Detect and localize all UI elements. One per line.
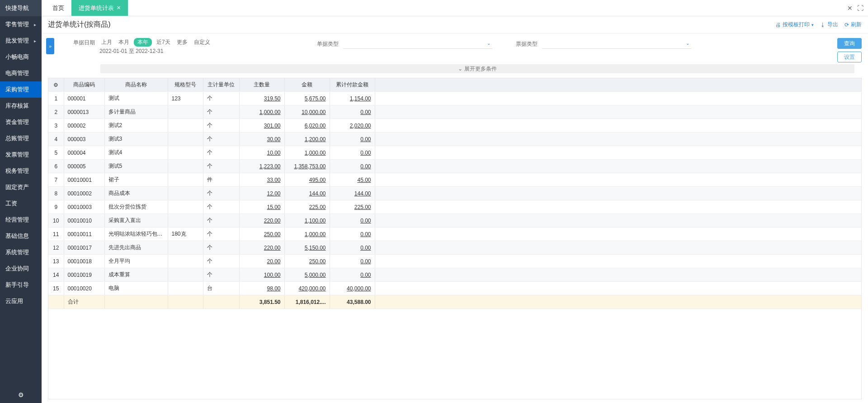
cell-amt[interactable]: 6,020.00 bbox=[284, 119, 330, 133]
sidebar-item-16[interactable]: 企业协同 bbox=[0, 261, 42, 277]
sidebar-item-2[interactable]: 批发管理▸ bbox=[0, 33, 42, 49]
cell-paid[interactable]: 0.00 bbox=[330, 133, 375, 146]
cell-paid[interactable]: 0.00 bbox=[330, 268, 375, 282]
close-icon[interactable]: ✕ bbox=[117, 5, 121, 11]
sidebar-settings[interactable]: ⚙ bbox=[0, 387, 42, 403]
date-option[interactable]: 近7天 bbox=[155, 38, 172, 47]
date-option[interactable]: 自定义 bbox=[192, 38, 212, 47]
table-row: 1400010019成本重算个100.005,000.000.00 bbox=[48, 268, 861, 282]
cell-amt[interactable]: 225.00 bbox=[284, 200, 330, 214]
expand-more[interactable]: ⌄ 展开更多条件 bbox=[100, 64, 854, 73]
cell-qty[interactable]: 10.00 bbox=[239, 146, 284, 160]
order-type-dropdown[interactable]: ⌄ bbox=[343, 38, 492, 49]
sidebar-item-17[interactable]: 新手引导 bbox=[0, 277, 42, 293]
cell-qty[interactable]: 20.00 bbox=[239, 255, 284, 268]
cell-unit: 个 bbox=[203, 133, 239, 146]
sidebar-item-11[interactable]: 固定资产 bbox=[0, 179, 42, 195]
collapse-toggle[interactable]: » bbox=[46, 38, 54, 54]
row-index: 1 bbox=[48, 92, 64, 105]
cell-amt[interactable]: 5,675.00 bbox=[284, 92, 330, 105]
cell-paid[interactable]: 2,020.00 bbox=[330, 119, 375, 133]
sidebar-item-15[interactable]: 系统管理 bbox=[0, 244, 42, 261]
sidebar-item-7[interactable]: 资金管理 bbox=[0, 114, 42, 130]
cell-qty[interactable]: 30.00 bbox=[239, 133, 284, 146]
cell-spec bbox=[168, 146, 203, 160]
gear-column-header[interactable]: ⚙ bbox=[48, 78, 64, 92]
sidebar-item-1[interactable]: 零售管理▸ bbox=[0, 16, 42, 33]
cell-amt[interactable]: 5,150.00 bbox=[284, 241, 330, 255]
cell-paid[interactable]: 225.00 bbox=[330, 200, 375, 214]
sidebar-item-3[interactable]: 小畅电商 bbox=[0, 49, 42, 65]
close-icon[interactable]: ✕ bbox=[847, 5, 853, 12]
date-option[interactable]: 本月 bbox=[117, 38, 131, 47]
unit-header[interactable]: 主计量单位 bbox=[203, 78, 239, 92]
sidebar-item-8[interactable]: 总账管理 bbox=[0, 130, 42, 147]
cell-paid[interactable]: 0.00 bbox=[330, 146, 375, 160]
name-header[interactable]: 商品名称 bbox=[104, 78, 168, 92]
date-option[interactable]: 更多 bbox=[175, 38, 189, 47]
query-button[interactable]: 查询 bbox=[837, 38, 862, 49]
cell-paid[interactable]: 0.00 bbox=[330, 241, 375, 255]
cell-paid[interactable]: 40,000.00 bbox=[330, 282, 375, 295]
cell-paid[interactable]: 0.00 bbox=[330, 255, 375, 268]
cell-qty[interactable]: 15.00 bbox=[239, 200, 284, 214]
cell-amt[interactable]: 144.00 bbox=[284, 187, 330, 200]
tab-1[interactable]: 进货单统计表✕ bbox=[71, 0, 128, 16]
cell-qty[interactable]: 220.00 bbox=[239, 214, 284, 228]
amt-header[interactable]: 金额 bbox=[284, 78, 330, 92]
sidebar-item-13[interactable]: 经营管理 bbox=[0, 212, 42, 228]
sidebar-item-0[interactable]: 快捷导航 bbox=[0, 0, 42, 16]
date-option[interactable]: 本年 bbox=[134, 38, 152, 47]
cell-amt[interactable]: 250.00 bbox=[284, 255, 330, 268]
cell-qty[interactable]: 100.00 bbox=[239, 268, 284, 282]
sidebar-item-10[interactable]: 税务管理 bbox=[0, 163, 42, 179]
print-action[interactable]: 🖨 按模板打印 ▾ bbox=[775, 21, 814, 28]
cell-amt[interactable]: 495.00 bbox=[284, 173, 330, 187]
spec-header[interactable]: 规格型号 bbox=[168, 78, 203, 92]
cell-amt[interactable]: 1,200.00 bbox=[284, 133, 330, 146]
cell-paid[interactable]: 0.00 bbox=[330, 105, 375, 119]
cell-qty[interactable]: 98.00 bbox=[239, 282, 284, 295]
cell-paid[interactable]: 45.00 bbox=[330, 173, 375, 187]
cell-amt[interactable]: 5,000.00 bbox=[284, 268, 330, 282]
cell-code: 00010002 bbox=[64, 187, 104, 200]
blank-cell bbox=[375, 133, 861, 146]
cell-qty[interactable]: 301.00 bbox=[239, 119, 284, 133]
code-header[interactable]: 商品编码 bbox=[64, 78, 104, 92]
qty-header[interactable]: 主数量 bbox=[239, 78, 284, 92]
date-option[interactable]: 上月 bbox=[99, 38, 114, 47]
sidebar-item-9[interactable]: 发票管理 bbox=[0, 147, 42, 163]
cell-amt[interactable]: 1,000.00 bbox=[284, 146, 330, 160]
cell-paid[interactable]: 0.00 bbox=[330, 160, 375, 173]
sidebar-item-4[interactable]: 电商管理 bbox=[0, 65, 42, 81]
cell-amt[interactable]: 1,100.00 bbox=[284, 214, 330, 228]
cell-qty[interactable]: 12.00 bbox=[239, 187, 284, 200]
table-row: 900010003批次分货位拣货个15.00225.00225.00 bbox=[48, 200, 861, 214]
cell-amt[interactable]: 1,000.00 bbox=[284, 228, 330, 241]
setting-button[interactable]: 设置 bbox=[837, 52, 862, 62]
cell-amt[interactable]: 1,358,753.00 bbox=[284, 160, 330, 173]
cell-qty[interactable]: 250.00 bbox=[239, 228, 284, 241]
cell-qty[interactable]: 33.00 bbox=[239, 173, 284, 187]
cell-qty[interactable]: 1,000.00 bbox=[239, 105, 284, 119]
cell-paid[interactable]: 0.00 bbox=[330, 228, 375, 241]
cell-qty[interactable]: 319.50 bbox=[239, 92, 284, 105]
cell-amt[interactable]: 10,000.00 bbox=[284, 105, 330, 119]
cell-qty[interactable]: 1,223.00 bbox=[239, 160, 284, 173]
sidebar-item-5[interactable]: 采购管理 bbox=[0, 81, 42, 98]
fullscreen-icon[interactable]: ⛶ bbox=[857, 5, 863, 12]
cell-qty[interactable]: 220.00 bbox=[239, 241, 284, 255]
cell-amt[interactable]: 420,000.00 bbox=[284, 282, 330, 295]
paid-header[interactable]: 累计付款金额 bbox=[330, 78, 375, 92]
ticket-type-dropdown[interactable]: ⌄ bbox=[542, 38, 691, 49]
sidebar-item-18[interactable]: 云应用 bbox=[0, 293, 42, 309]
sidebar-item-14[interactable]: 基础信息 bbox=[0, 228, 42, 244]
tab-0[interactable]: 首页 bbox=[45, 0, 71, 16]
cell-paid[interactable]: 144.00 bbox=[330, 187, 375, 200]
refresh-action[interactable]: ⟳ 刷新 bbox=[844, 21, 862, 28]
cell-paid[interactable]: 0.00 bbox=[330, 214, 375, 228]
cell-paid[interactable]: 1,154.00 bbox=[330, 92, 375, 105]
export-action[interactable]: ⭳ 导出 bbox=[820, 21, 838, 28]
sidebar-item-6[interactable]: 库存核算 bbox=[0, 98, 42, 114]
sidebar-item-12[interactable]: 工资 bbox=[0, 195, 42, 212]
